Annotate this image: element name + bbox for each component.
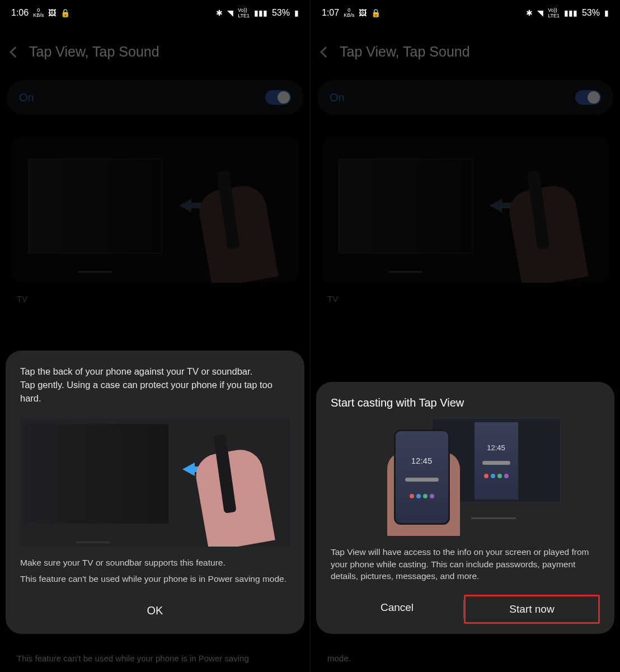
cast-illustration: 12:45 12:45 bbox=[370, 418, 561, 536]
dialog-body: Tap View will have access to the info on… bbox=[331, 546, 600, 582]
arrow-left-icon bbox=[182, 463, 195, 476]
sheet-line1: Tap the back of your phone against your … bbox=[20, 365, 290, 379]
cancel-button[interactable]: Cancel bbox=[331, 595, 463, 624]
bluetooth-icon: ✱ bbox=[216, 8, 223, 17]
lock-icon: 🔒 bbox=[60, 8, 70, 17]
master-toggle-row[interactable]: On bbox=[317, 80, 613, 115]
sheet-note2: This feature can't be used while your ph… bbox=[20, 573, 290, 585]
image-icon: 🖼 bbox=[48, 8, 56, 17]
volte-icon: Vo))LTE1 bbox=[238, 7, 250, 18]
tap-illustration bbox=[11, 137, 299, 283]
signal-icon: ▮▮▮ bbox=[254, 8, 267, 17]
arrow-left-icon bbox=[490, 199, 502, 212]
sheet-illustration bbox=[20, 418, 290, 547]
truncated-bg-text: mode. bbox=[327, 654, 603, 663]
truncated-bg-text: This feature can't be used while your ph… bbox=[17, 654, 293, 663]
bluetooth-icon: ✱ bbox=[526, 8, 533, 17]
page-title: Tap View, Tap Sound bbox=[340, 44, 470, 60]
phone-left: 1:06 0 KB/s 🖼 🔒 ✱ ◥ Vo))LTE1 ▮▮▮ 53% ▮ T… bbox=[0, 0, 310, 672]
sheet-line2: Tap gently. Using a case can protect you… bbox=[20, 379, 290, 405]
battery-icon: ▮ bbox=[294, 8, 299, 17]
battery-percent: 53% bbox=[582, 8, 600, 18]
lock-icon: 🔒 bbox=[371, 8, 381, 17]
wifi-icon: ◥ bbox=[537, 8, 543, 17]
back-icon[interactable] bbox=[320, 46, 331, 58]
header: Tap View, Tap Sound bbox=[311, 26, 620, 73]
status-bar: 1:07 0 KB/s 🖼 🔒 ✱ ◥ Vo))LTE1 ▮▮▮ 53% ▮ bbox=[311, 0, 620, 26]
status-bar: 1:06 0 KB/s 🖼 🔒 ✱ ◥ Vo))LTE1 ▮▮▮ 53% ▮ bbox=[0, 0, 310, 26]
start-now-button[interactable]: Start now bbox=[464, 595, 600, 624]
status-kbs: 0 KB/s bbox=[344, 8, 354, 18]
toggle-switch[interactable] bbox=[265, 90, 291, 105]
back-icon[interactable] bbox=[10, 46, 21, 58]
dialog-title: Start casting with Tap View bbox=[331, 396, 600, 409]
toggle-switch[interactable] bbox=[575, 90, 601, 105]
toggle-label: On bbox=[19, 91, 34, 104]
tv-section-label: TV bbox=[17, 294, 293, 304]
toggle-label: On bbox=[330, 91, 345, 104]
phone-clock: 12:45 bbox=[411, 456, 433, 465]
header: Tap View, Tap Sound bbox=[0, 26, 310, 73]
volte-icon: Vo))LTE1 bbox=[548, 7, 560, 18]
page-title: Tap View, Tap Sound bbox=[29, 44, 159, 60]
tv-clock: 12:45 bbox=[487, 444, 505, 452]
tv-section-label: TV bbox=[327, 294, 603, 304]
tap-illustration bbox=[322, 137, 609, 283]
status-kbs: 0 KB/s bbox=[33, 8, 44, 18]
ok-button[interactable]: OK bbox=[20, 598, 290, 624]
arrow-left-icon bbox=[179, 199, 191, 212]
cast-permission-dialog: Start casting with Tap View 12:45 12:4 bbox=[316, 382, 614, 634]
battery-percent: 53% bbox=[272, 8, 290, 18]
master-toggle-row[interactable]: On bbox=[7, 80, 303, 115]
signal-icon: ▮▮▮ bbox=[564, 8, 577, 17]
battery-icon: ▮ bbox=[604, 8, 609, 17]
info-sheet: Tap the back of your phone against your … bbox=[6, 351, 304, 634]
status-time: 1:07 bbox=[322, 8, 339, 18]
wifi-icon: ◥ bbox=[227, 8, 233, 17]
phone-right: 1:07 0 KB/s 🖼 🔒 ✱ ◥ Vo))LTE1 ▮▮▮ 53% ▮ T… bbox=[310, 0, 620, 672]
sheet-note1: Make sure your TV or soundbar supports t… bbox=[20, 557, 290, 569]
status-time: 1:06 bbox=[11, 8, 29, 18]
image-icon: 🖼 bbox=[359, 8, 367, 17]
